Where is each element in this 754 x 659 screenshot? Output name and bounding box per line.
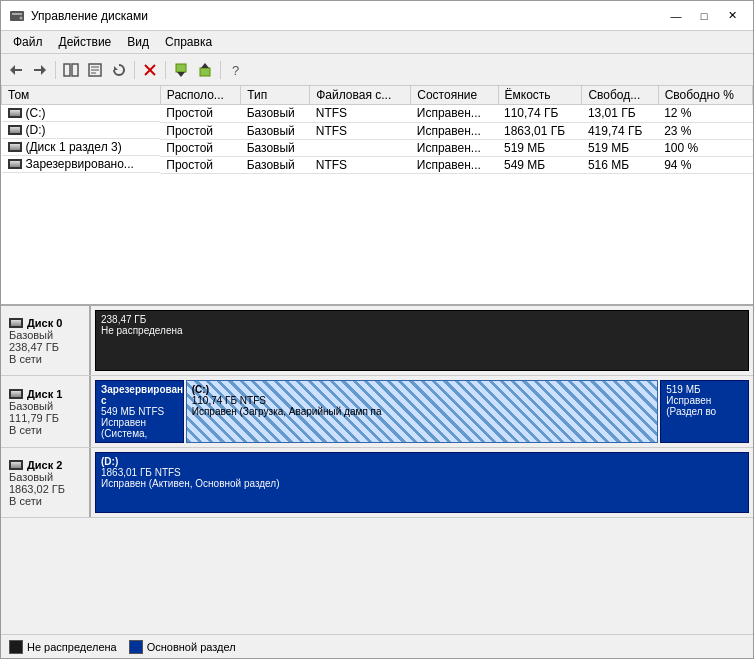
disk-label-header: Диск 0 [9,317,81,329]
back-button[interactable] [5,59,27,81]
delete-icon [143,63,157,77]
svg-marker-17 [177,72,185,77]
partition-name: Зарезервировано с [101,384,178,406]
svg-text:?: ? [232,63,239,77]
cell-location: Простой [160,156,240,173]
partition-status: Исправен (Активен, Основной раздел) [101,478,743,489]
cell-capacity: 519 МБ [498,139,582,156]
cell-location: Простой [160,139,240,156]
disk-icon-small [9,318,23,328]
properties-button[interactable] [84,59,106,81]
partition-size: 1863,01 ГБ NTFS [101,467,743,478]
help-toolbar-button[interactable]: ? [225,59,247,81]
cell-capacity: 110,74 ГБ [498,105,582,123]
col-header-free[interactable]: Свобод... [582,86,658,105]
disk-container-disk0: Диск 0 Базовый 238,47 ГБ В сети 238,47 Г… [1,306,753,376]
table-row[interactable]: (Диск 1 раздел 3) Простой Базовый Исправ… [2,139,753,156]
col-header-status[interactable]: Состояние [411,86,498,105]
cell-capacity: 549 МБ [498,156,582,173]
col-header-fs[interactable]: Файловая с... [310,86,411,105]
export-button[interactable] [194,59,216,81]
col-header-volume[interactable]: Том [2,86,161,105]
window-title: Управление дисками [31,9,148,23]
disk-icon [8,125,22,135]
disk-mgmt-icon [9,8,25,24]
table-row[interactable]: (D:) Простой Базовый NTFS Исправен... 18… [2,122,753,139]
disk-status: В сети [9,495,81,507]
partition-d1p2[interactable]: (C:) 110,74 ГБ NTFS Исправен (Загрузка, … [186,380,659,443]
partition-d1p3[interactable]: 519 МБ Исправен (Раздел во [660,380,749,443]
partition-d0p1[interactable]: 238,47 ГБ Не распределена [95,310,749,371]
disk-table: Том Располо... Тип Файловая с... Состоян… [1,86,753,174]
disk-icon-small [9,389,23,399]
partition-unalloc-label: Не распределена [101,325,743,336]
legend-basic-box [129,640,143,654]
col-header-type[interactable]: Тип [241,86,310,105]
svg-rect-7 [64,64,70,76]
svg-rect-1 [12,13,22,15]
partition-size: 110,74 ГБ NTFS [192,395,653,406]
partition-name: (C:) [192,384,653,395]
cell-fs: NTFS [310,105,411,123]
menu-view[interactable]: Вид [119,33,157,51]
disk-label-disk2: Диск 2 Базовый 1863,02 ГБ В сети [1,448,91,517]
disk-icon [8,159,22,169]
menu-file[interactable]: Файл [5,33,51,51]
show-hide-button[interactable] [60,59,82,81]
show-hide-icon [63,63,79,77]
disk-status: В сети [9,353,81,365]
partition-d1p1[interactable]: Зарезервировано с 549 МБ NTFS Исправен (… [95,380,184,443]
cell-location: Простой [160,122,240,139]
table-row[interactable]: (C:) Простой Базовый NTFS Исправен... 11… [2,105,753,123]
title-bar-left: Управление дисками [9,8,148,24]
disk-type: Базовый [9,400,81,412]
delete-button[interactable] [139,59,161,81]
cell-status: Исправен... [411,122,498,139]
menu-action[interactable]: Действие [51,33,120,51]
minimize-button[interactable]: — [663,7,689,25]
export-icon [198,63,212,77]
col-header-location[interactable]: Располо... [160,86,240,105]
cell-name: (D:) [2,122,161,139]
disk-icon [8,108,22,118]
legend: Не распределена Основной раздел [1,634,753,658]
refresh-button[interactable] [108,59,130,81]
cell-name: Зарезервировано... [2,156,161,173]
table-row[interactable]: Зарезервировано... Простой Базовый NTFS … [2,156,753,173]
col-header-capacity[interactable]: Ёмкость [498,86,582,105]
cell-name: (Диск 1 раздел 3) [2,139,161,156]
back-icon [9,63,23,77]
partition-status: Исправен (Раздел во [666,395,743,417]
disk-icon [8,142,22,152]
menu-help[interactable]: Справка [157,33,220,51]
cell-name: (C:) [2,105,161,122]
cell-type: Базовый [241,139,310,156]
forward-button[interactable] [29,59,51,81]
partition-name: (D:) [101,456,743,467]
svg-rect-8 [72,64,78,76]
menu-bar: Файл Действие Вид Справка [1,31,753,54]
title-bar: Управление дисками — □ ✕ [1,1,753,31]
disk-table-area: Том Располо... Тип Файловая с... Состоян… [1,86,753,306]
disk-type: Базовый [9,471,81,483]
col-header-free-pct[interactable]: Свободно % [658,86,752,105]
svg-rect-18 [200,68,210,76]
close-button[interactable]: ✕ [719,7,745,25]
maximize-button[interactable]: □ [691,7,717,25]
toolbar: ? [1,54,753,86]
partition-size: 238,47 ГБ [101,314,743,325]
cell-type: Базовый [241,122,310,139]
cell-fs: NTFS [310,156,411,173]
toolbar-sep-3 [165,61,166,79]
disk-label-header: Диск 2 [9,459,81,471]
cell-fs: NTFS [310,122,411,139]
refresh-icon [112,63,126,77]
disk-size: 238,47 ГБ [9,341,81,353]
partition-d2p1[interactable]: (D:) 1863,01 ГБ NTFS Исправен (Активен, … [95,452,749,513]
legend-unallocated: Не распределена [9,640,117,654]
disk-size: 111,79 ГБ [9,412,81,424]
disk-partitions-disk1: Зарезервировано с 549 МБ NTFS Исправен (… [91,376,753,447]
disk-type: Базовый [9,329,81,341]
import-button[interactable] [170,59,192,81]
legend-unallocated-box [9,640,23,654]
